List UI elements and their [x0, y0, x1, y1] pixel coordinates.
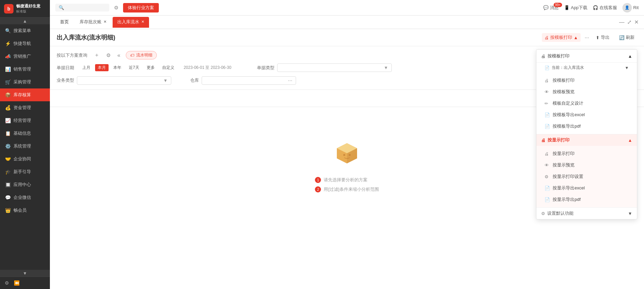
sidebar-item-system[interactable]: ⚙️ 系统管理 [0, 140, 50, 153]
warehouse-select[interactable]: ⋯ [202, 76, 296, 85]
tab-batch[interactable]: 库存批次账 ✕ [75, 17, 111, 28]
dp-display-excel[interactable]: 📄 按显示导出excel [536, 182, 637, 194]
industry-btn[interactable]: 体验行业方案 [123, 3, 159, 12]
maximize-icon[interactable]: ⤢ [627, 19, 632, 25]
sidebar-item-operation[interactable]: 📈 经营管理 [0, 114, 50, 127]
svg-point-4 [343, 154, 345, 156]
app-download-label: App下载 [571, 5, 587, 11]
sidebar-item-label: 快捷导航 [13, 41, 31, 47]
hint-item-2: 2 用[过滤]条件来缩小分析范围 [315, 186, 379, 192]
sidebar-item-base[interactable]: 📋 基础信息 [0, 127, 50, 140]
sidebar-item-sales[interactable]: 📊 销售管理 [0, 63, 50, 76]
close-window-icon[interactable]: ✕ [634, 19, 639, 25]
biz-type-filter: 业务类型 ▼ [57, 76, 171, 85]
topbar-search-box[interactable]: 🔍 [55, 4, 109, 11]
collapse-icon[interactable]: ⏪ [14, 280, 20, 286]
tab-home[interactable]: 首页 [55, 17, 74, 28]
dp-display-print[interactable]: 🖨 按显示打印 [536, 148, 637, 159]
message-btn[interactable]: 💬 消息 99+ [543, 5, 559, 11]
doc-type-select[interactable]: ▼ [277, 63, 392, 72]
tab-flow-close-icon[interactable]: ✕ [141, 20, 144, 24]
date-7days[interactable]: 近7天 [126, 64, 142, 71]
dropdown-panel: 🖨 按模板打印 ▲ 📄 当前：出入库流水 ▼ 🖨 按模板打印 [536, 49, 637, 219]
page-actions: 🖨 按模板打印 ▲ ⋯ ⬆ 导出 🔄 刷新 [542, 33, 637, 46]
wechat-icon: 💬 [5, 195, 11, 200]
sidebar-scroll-down[interactable]: ▼ [0, 270, 50, 277]
export-btn[interactable]: ⬆ 导出 [593, 33, 612, 42]
sidebar-item-wechat[interactable]: 💬 企业微信 [0, 191, 50, 204]
date-prev-month[interactable]: 上月 [80, 64, 93, 71]
dp-header[interactable]: 🖨 按模板打印 ▲ [536, 50, 637, 63]
settings-icon[interactable]: ⚙ [5, 280, 9, 286]
eye-icon: 👁 [545, 89, 550, 95]
tab-batch-close-icon[interactable]: ✕ [104, 20, 107, 24]
hint-text-2: 用[过滤]条件来缩小分析范围 [324, 186, 379, 192]
add-filter-icon[interactable]: ＋ [94, 52, 99, 59]
app-version: 标准版 [16, 9, 40, 14]
filter-tag-shuimingxi[interactable]: 🏷 流水明细 [126, 51, 157, 59]
page-content: 出入库流水(流水明细) 🖨 按模板打印 ▲ ⋯ ⬆ 导出 🔄 刷新 [50, 29, 644, 289]
sidebar-item-guide[interactable]: 🎓 新手引导 [0, 165, 50, 178]
sidebar-item-finance[interactable]: 💰 资金管理 [0, 101, 50, 114]
sidebar-item-search[interactable]: 🔍 搜索菜单 [0, 24, 50, 37]
tab-flow[interactable]: 出入库流水 ✕ [113, 17, 149, 28]
appcenter-icon: 🔲 [5, 182, 11, 187]
dp-template-print[interactable]: 🖨 按模板打印 [536, 75, 637, 86]
phone-icon: 📱 [564, 5, 569, 10]
dp-display-preview[interactable]: 👁 按显示预览 [536, 159, 637, 171]
dp-current[interactable]: 📄 当前：出入库流水 ▼ [536, 63, 637, 73]
coop-icon: 🤝 [5, 156, 11, 162]
edit-icon: ✏ [545, 101, 550, 106]
sidebar-item-quicknav[interactable]: ⚡ 快捷导航 [0, 37, 50, 50]
date-current-month[interactable]: 本月 [95, 64, 109, 71]
sidebar-item-label: 采购管理 [13, 79, 31, 85]
sidebar-item-label: 营销推广 [13, 53, 31, 59]
hint-num-1: 1 [315, 177, 321, 183]
filter-collapse-icon[interactable]: « [117, 52, 120, 58]
refresh-label: 刷新 [626, 34, 635, 41]
dp-template-excel[interactable]: 📄 按模板导出excel [536, 109, 637, 121]
dp-display-pdf[interactable]: 📄 按显示导出pdf [536, 194, 637, 205]
biz-type-select[interactable]: ▼ [77, 76, 171, 85]
dp-template-preview[interactable]: 👁 按模板预览 [536, 86, 637, 98]
online-service-btn[interactable]: 🎧 在线客服 [593, 5, 617, 11]
dp-template-pdf[interactable]: 📄 按模板导出pdf [536, 121, 637, 132]
dp-title: 🖨 按模板打印 [541, 53, 569, 59]
refresh-btn[interactable]: 🔄 刷新 [616, 33, 637, 42]
gear-icon: ⚙ [545, 174, 550, 179]
search-input[interactable] [65, 5, 103, 10]
dp-footer[interactable]: ⚙ 设置默认功能 ▼ [536, 208, 637, 219]
dp-footer-label: 设置默认功能 [547, 210, 574, 216]
template-print-btn[interactable]: 🖨 按模板打印 ▲ [542, 33, 581, 42]
filter-gear-icon[interactable]: ⚙ [106, 52, 111, 58]
more-icon[interactable]: ⋯ [585, 35, 589, 40]
app-download-btn[interactable]: 📱 App下载 [564, 5, 587, 11]
date-more[interactable]: 更多 [144, 64, 157, 71]
sidebar-item-coop[interactable]: 🤝 企业协同 [0, 153, 50, 165]
dp-display-settings-label: 按显示打印设置 [553, 174, 583, 180]
sidebar-item-member[interactable]: 👑 畅会员 [0, 204, 50, 217]
dp-display-settings[interactable]: ⚙ 按显示打印设置 [536, 171, 637, 182]
filter-tag-icon: 🏷 [130, 53, 134, 58]
sidebar-item-purchase[interactable]: 🛒 采购管理 [0, 76, 50, 88]
gear-icon[interactable]: ⚙ [114, 5, 118, 11]
sidebar-item-marketing[interactable]: 📣 营销推广 [0, 50, 50, 63]
date-custom[interactable]: 自定义 [159, 64, 177, 71]
date-label: 单据日期 [57, 65, 74, 71]
minimize-icon[interactable]: — [619, 19, 624, 25]
export-icon: ⬆ [596, 35, 599, 40]
biz-type-label: 业务类型 [57, 77, 74, 83]
refresh-icon: 🔄 [619, 35, 624, 40]
sidebar-item-inventory[interactable]: 📦 库存核算 [0, 88, 50, 101]
finance-icon: 💰 [5, 105, 11, 110]
dp-display-print-label: 按显示打印 [553, 151, 575, 157]
dp-display-section-header[interactable]: 🖨 按显示打印 ▲ [536, 134, 637, 146]
date-year[interactable]: 本年 [111, 64, 124, 71]
sidebar-item-appcenter[interactable]: 🔲 应用中心 [0, 178, 50, 191]
sidebar-item-label: 销售管理 [13, 66, 31, 72]
dp-template-custom[interactable]: ✏ 模板自定义设计 [536, 98, 637, 109]
dp-template-preview-label: 按模板预览 [553, 89, 575, 95]
pdf-icon: 📄 [545, 124, 550, 129]
sidebar-scroll-up[interactable]: ▲ [0, 18, 50, 24]
user-avatar-btn[interactable]: 👤 Rit [622, 3, 639, 12]
